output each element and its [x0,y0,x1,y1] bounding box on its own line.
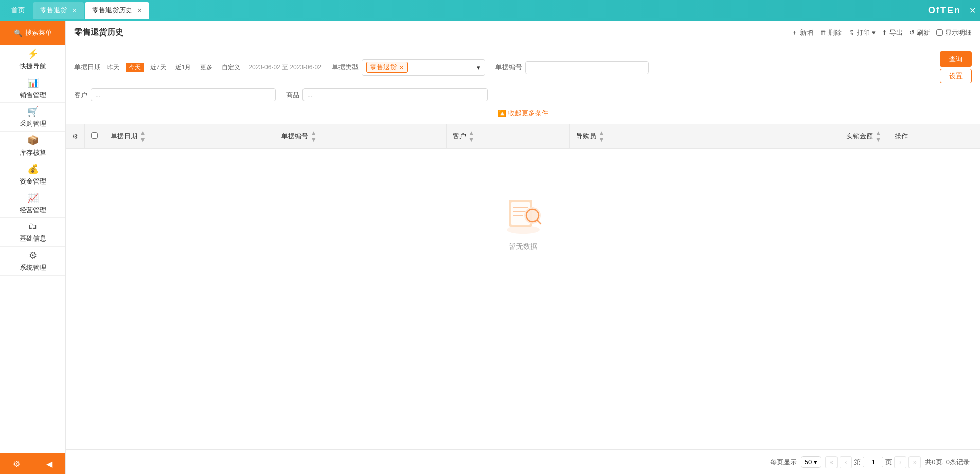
page-suffix: 页 [885,458,892,467]
main-layout: 🔍 搜索菜单 ⚡ 快捷导航 📊 销售管理 🛒 采购管理 📦 库存核算 💰 [0,21,980,474]
sidebar-settings-icon[interactable]: ⚙ [13,459,20,469]
th-date-label: 单据日期 [111,132,137,141]
settings-button[interactable]: 设置 [940,69,972,83]
goods-filter-label: 商品 [286,90,299,100]
data-table: ⚙ 单据日期 ▲▼ 单据编号 [66,124,980,293]
voucher-type-remove-icon[interactable]: ✕ [399,64,404,71]
sidebar-item-finance-label: 资金管理 [20,177,46,186]
new-button[interactable]: ＋ 新增 [791,28,813,38]
th-settings: ⚙ [66,124,85,149]
tab-home[interactable]: 首页 [4,2,32,19]
sidebar-item-operation[interactable]: 📈 经营管理 [0,189,65,218]
goods-input[interactable] [302,88,488,101]
voucher-type-select[interactable]: 零售退货 ✕ ▾ [362,59,485,76]
print-label: 打印 [857,28,870,38]
no-sort-arrows[interactable]: ▲▼ [310,130,317,143]
export-button[interactable]: ⬆ 导出 [882,28,903,38]
amount-sort-arrows[interactable]: ▲▼ [875,130,882,143]
last-page-button[interactable]: » [908,456,921,468]
th-amount-label: 实销金额 [846,132,873,141]
tab-bar: 首页 零售退货 ✕ 零售退货历史 ✕ [4,2,928,19]
sidebar-item-purchase-label: 采购管理 [20,119,46,129]
sidebar-item-quick-nav[interactable]: ⚡ 快捷导航 [0,45,65,74]
page-size-chevron-icon: ▾ [814,458,817,466]
guide-sort-arrows[interactable]: ▲▼ [598,130,605,143]
delete-button[interactable]: 🗑 删除 [819,28,842,38]
tab-retail-return-close[interactable]: ✕ [72,7,77,14]
sidebar-collapse-icon[interactable]: ◀ [46,459,52,469]
inventory-icon: 📦 [27,135,39,146]
refresh-button[interactable]: ↺ 刷新 [909,28,930,38]
quick-nav-icon: ⚡ [27,48,39,60]
tab-retail-return[interactable]: 零售退货 ✕ [33,2,84,19]
sidebar-item-basic-info[interactable]: 🗂 基础信息 [0,218,65,247]
customer-filter: 客户 [74,88,276,101]
table-container: ⚙ 单据日期 ▲▼ 单据编号 [66,124,980,449]
new-label: 新增 [800,28,813,38]
sales-icon: 📊 [27,77,39,88]
sidebar-item-finance[interactable]: 💰 资金管理 [0,160,65,189]
header-actions: ＋ 新增 🗑 删除 🖨 打印 ▾ ⬆ 导出 ↺ 刷新 [791,28,972,38]
table-header-row: ⚙ 单据日期 ▲▼ 单据编号 [66,124,980,149]
voucher-no-input[interactable] [525,61,649,74]
content-area: 零售退货历史 ＋ 新增 🗑 删除 🖨 打印 ▾ ⬆ 导出 [66,21,980,474]
select-all-checkbox[interactable] [91,132,98,139]
goods-filter: 商品 [286,88,488,101]
date-btn-more[interactable]: 更多 [197,63,216,72]
date-filter-label: 单据日期 [74,63,101,72]
th-customer: 客户 ▲▼ [446,124,569,149]
print-button[interactable]: 🖨 打印 ▾ [848,28,876,38]
next-page-button[interactable]: › [894,456,906,468]
brand-label: OfTEn [928,5,961,16]
th-date: 单据日期 ▲▼ [104,124,275,149]
prev-page-button[interactable]: ‹ [840,456,852,468]
sidebar-item-inventory[interactable]: 📦 库存核算 [0,132,65,160]
sidebar-item-sales[interactable]: 📊 销售管理 [0,74,65,103]
tab-retail-return-history-label: 零售退货历史 [92,6,132,15]
th-no-label: 单据编号 [281,132,308,141]
date-btn-today[interactable]: 今天 [126,63,144,72]
search-icon: 🔍 [14,29,22,37]
date-sort-arrows[interactable]: ▲▼ [139,130,146,143]
page-number-input[interactable] [863,457,883,467]
customer-sort-arrows[interactable]: ▲▼ [468,130,475,143]
sidebar-search[interactable]: 🔍 搜索菜单 [0,21,65,45]
customer-input[interactable] [91,88,276,101]
page-size-label: 每页显示 [770,458,797,467]
filter-area: 单据日期 昨天 今天 近7天 近1月 更多 自定义 2023-06-02 至 2… [66,45,980,124]
date-btn-custom[interactable]: 自定义 [219,63,243,72]
voucher-type-filter: 单据类型 零售退货 ✕ ▾ [332,59,485,76]
filter-row-2: 客户 商品 [74,88,972,101]
delete-label: 删除 [828,28,842,38]
voucher-type-tag-text: 零售退货 [370,63,397,72]
show-detail-input[interactable] [936,29,943,36]
tab-retail-return-history[interactable]: 零售退货历史 ✕ [85,2,149,19]
date-btn-7days[interactable]: 近7天 [147,63,169,72]
first-page-button[interactable]: « [825,456,838,468]
th-no: 单据编号 ▲▼ [275,124,446,149]
th-action: 操作 [888,124,980,149]
date-shortcuts: 昨天 今天 近7天 近1月 更多 自定义 [104,63,243,72]
page-nav: « ‹ 第 页 › » [825,456,921,468]
sidebar-item-quick-nav-label: 快捷导航 [20,62,46,71]
th-action-label: 操作 [895,132,908,140]
sidebar-item-purchase[interactable]: 🛒 采购管理 [0,103,65,132]
voucher-type-chevron-icon: ▾ [477,64,480,71]
collapse-filter-button[interactable]: 🔼 收起更多条件 [498,106,548,120]
tab-retail-return-label: 零售退货 [40,6,67,15]
query-button[interactable]: 查询 [940,51,972,67]
date-btn-1month[interactable]: 近1月 [172,63,194,72]
window-close-button[interactable]: ✕ [969,6,976,15]
sidebar-item-system[interactable]: ⚙ 系统管理 [0,247,65,276]
top-bar: 首页 零售退货 ✕ 零售退货历史 ✕ OfTEn ✕ [0,0,980,21]
page-size-select[interactable]: 50 ▾ [801,456,821,468]
svg-point-0 [507,226,540,234]
date-btn-yesterday[interactable]: 昨天 [104,63,122,72]
total-info: 共0页, 0条记录 [925,458,970,467]
sidebar-bottom: ⚙ ◀ [0,453,65,474]
system-icon: ⚙ [29,250,37,261]
tab-retail-return-history-close[interactable]: ✕ [137,7,142,14]
table-settings-icon[interactable]: ⚙ [72,133,78,140]
operation-icon: 📈 [27,192,39,204]
show-detail-checkbox[interactable]: 显示明细 [936,28,972,38]
